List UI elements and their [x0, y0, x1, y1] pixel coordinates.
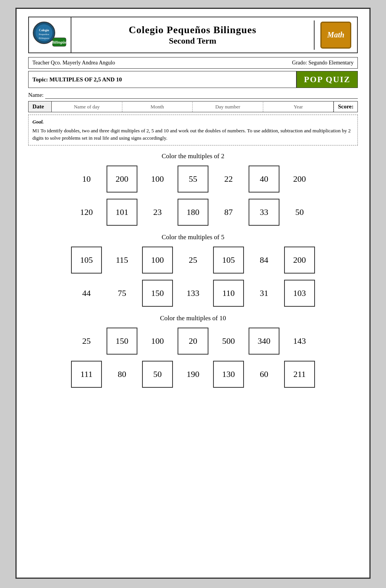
date-field-month[interactable]: Month — [122, 102, 193, 112]
date-label: Date — [29, 101, 52, 112]
num-cell-2-1-6: 211 — [284, 361, 315, 388]
term-title: Second Term — [75, 36, 310, 46]
score-label: Score: — [334, 101, 357, 112]
num-cell-0-1-5: 33 — [249, 199, 279, 226]
date-row: Date Name of day Month Day number Year S… — [28, 101, 358, 112]
num-cell-1-0-4: 105 — [213, 247, 244, 274]
num-cell-2-1-3: 190 — [178, 361, 208, 388]
logo-left: Colegio Pequeños Bilingues Bilingüe — [29, 17, 71, 52]
school-logo-icon: Colegio Pequeños Bilingues Bilingüe — [32, 20, 67, 49]
num-cell-0-1-2: 23 — [142, 199, 173, 226]
name-row: Name: — [28, 91, 358, 99]
logo-right: Math — [315, 18, 357, 52]
num-cell-0-0-2: 100 — [142, 166, 173, 193]
num-cell-0-0-0: 10 — [71, 166, 102, 193]
num-cell-1-0-1: 115 — [107, 247, 137, 274]
info-row: Teacher Qco. Mayerly Andrea Angulo Grado… — [28, 57, 358, 69]
date-field-day-number[interactable]: Day number — [193, 102, 263, 112]
num-cell-0-1-6: 50 — [284, 199, 315, 226]
school-title: Colegio Pequeños Bilingues — [75, 24, 310, 36]
num-cell-2-1-2: 50 — [142, 361, 173, 388]
title-center: Colegio Pequeños Bilingues Second Term — [71, 20, 315, 50]
num-cell-1-0-6: 200 — [284, 247, 315, 274]
teacher-info: Teacher Qco. Mayerly Andrea Angulo — [32, 60, 115, 66]
num-cell-0-0-1: 200 — [107, 166, 137, 193]
name-label: Name: — [28, 92, 44, 98]
number-grid-0-1: 12010123180873350 — [28, 199, 358, 226]
section-2: Color the multiples of 10251501002050034… — [28, 314, 358, 388]
math-label: Math — [327, 30, 344, 39]
num-cell-1-1-1: 75 — [107, 280, 137, 307]
svg-text:Bilingues: Bilingues — [39, 37, 49, 40]
section-title-1: Color the multiples of 5 — [28, 233, 358, 241]
goal-title: Goal. — [32, 118, 354, 126]
num-cell-2-1-5: 60 — [249, 361, 279, 388]
num-cell-2-0-0: 25 — [71, 328, 102, 355]
num-cell-0-1-1: 101 — [107, 199, 137, 226]
num-cell-0-1-3: 180 — [178, 199, 208, 226]
math-badge: Math — [320, 22, 351, 49]
section-title-0: Color the multiples of 2 — [28, 152, 358, 160]
number-grid-1-1: 447515013311031103 — [28, 280, 358, 307]
num-cell-1-1-2: 150 — [142, 280, 173, 307]
pop-quiz-badge: POP QUIZ — [296, 71, 357, 88]
goal-text: M1 To identify doubles, two and three di… — [32, 127, 354, 142]
goal-box: Goal. M1 To identify doubles, two and th… — [28, 115, 358, 145]
num-cell-1-1-6: 103 — [284, 280, 315, 307]
num-cell-1-1-3: 133 — [178, 280, 208, 307]
number-grid-1-0: 1051151002510584200 — [28, 247, 358, 274]
number-grid-2-1: 111805019013060211 — [28, 361, 358, 388]
num-cell-0-0-6: 200 — [284, 166, 315, 193]
page: Colegio Pequeños Bilingues Bilingüe Cole… — [15, 8, 371, 579]
num-cell-0-0-3: 55 — [178, 166, 208, 193]
num-cell-1-0-2: 100 — [142, 247, 173, 274]
num-cell-2-0-3: 20 — [178, 328, 208, 355]
number-grid-2-0: 2515010020500340143 — [28, 328, 358, 355]
num-cell-2-0-4: 500 — [213, 328, 244, 355]
num-cell-0-1-4: 87 — [213, 199, 244, 226]
number-grid-0-0: 10200100552240200 — [28, 166, 358, 193]
num-cell-2-0-1: 150 — [107, 328, 137, 355]
topic-text: Topic: MULTIPLES OF 2,5 AND 10 — [29, 74, 296, 85]
num-cell-0-0-5: 40 — [249, 166, 279, 193]
section-title-2: Color the multiples of 10 — [28, 314, 358, 322]
num-cell-2-0-5: 340 — [249, 328, 279, 355]
grado-info: Grado: Segundo Elementary — [292, 60, 354, 66]
num-cell-1-1-4: 110 — [213, 280, 244, 307]
num-cell-0-0-4: 22 — [213, 166, 244, 193]
topic-row: Topic: MULTIPLES OF 2,5 AND 10 POP QUIZ — [28, 71, 358, 88]
num-cell-2-1-0: 111 — [71, 361, 102, 388]
sections-container: Color the multiples of 21020010055224020… — [28, 152, 358, 388]
date-field-year[interactable]: Year — [263, 102, 334, 112]
num-cell-2-0-6: 143 — [284, 328, 315, 355]
name-input-line[interactable] — [45, 91, 358, 99]
date-field-name-of-day[interactable]: Name of day — [52, 102, 122, 112]
num-cell-0-1-0: 120 — [71, 199, 102, 226]
section-0: Color the multiples of 21020010055224020… — [28, 152, 358, 226]
section-1: Color the multiples of 51051151002510584… — [28, 233, 358, 307]
num-cell-1-1-5: 31 — [249, 280, 279, 307]
svg-text:Colegio: Colegio — [39, 29, 49, 32]
svg-text:Bilingüe: Bilingüe — [51, 40, 66, 44]
num-cell-2-1-4: 130 — [213, 361, 244, 388]
num-cell-1-0-5: 84 — [249, 247, 279, 274]
header: Colegio Pequeños Bilingues Bilingüe Cole… — [28, 17, 358, 53]
num-cell-2-0-2: 100 — [142, 328, 173, 355]
svg-text:Pequeños: Pequeños — [39, 33, 49, 36]
num-cell-2-1-1: 80 — [107, 361, 137, 388]
num-cell-1-0-0: 105 — [71, 247, 102, 274]
num-cell-1-1-0: 44 — [71, 280, 102, 307]
num-cell-1-0-3: 25 — [178, 247, 208, 274]
